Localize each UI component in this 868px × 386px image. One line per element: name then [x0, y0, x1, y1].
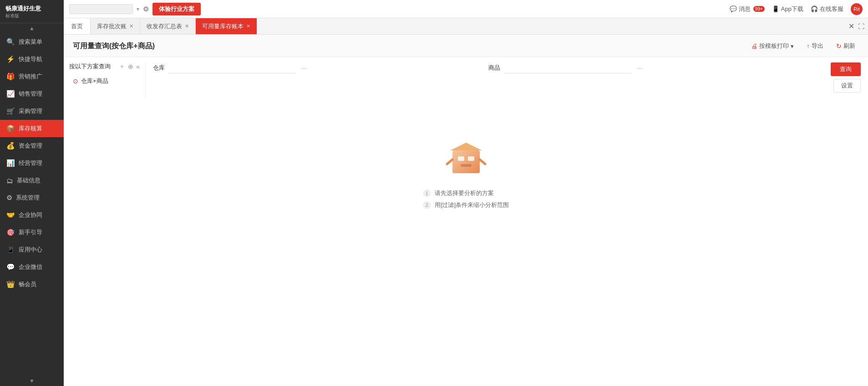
export-icon: ↑ — [807, 42, 810, 50]
tab-summary[interactable]: 收发存汇总表 ✕ — [140, 18, 196, 34]
sidebar-item-operation[interactable]: 📊 经营管理 — [0, 154, 64, 172]
tab-batch-close[interactable]: ✕ — [129, 23, 133, 29]
app-download-btn[interactable]: 📱 App下载 — [772, 5, 803, 13]
print-icon: 🖨 — [751, 42, 757, 50]
svg-rect-4 — [461, 164, 472, 167]
member-icon: 👑 — [6, 280, 15, 288]
page-title: 可用量查询(按仓库+商品) — [73, 41, 155, 51]
scheme-settings-icon[interactable]: ⊕ — [128, 63, 133, 70]
sidebar-item-marketing[interactable]: 🎁 营销推广 — [0, 68, 64, 85]
export-btn[interactable]: ↑ 导出 — [803, 40, 827, 52]
refresh-label: 刷新 — [843, 42, 855, 50]
tab-home[interactable]: 首页 — [64, 18, 91, 34]
topbar-dropdown-icon[interactable]: ▾ — [137, 6, 139, 12]
filter-row: 仓库 ··· 商品 ··· — [153, 62, 816, 73]
scroll-up-btn[interactable]: ▲ — [0, 23, 64, 33]
print-label: 按模板打印 — [759, 42, 789, 50]
tab-batch[interactable]: 库存批次账 ✕ — [91, 18, 140, 34]
message-btn[interactable]: 💬 消息 99+ — [730, 5, 765, 13]
sidebar-item-appstore[interactable]: 📱 应用中心 — [0, 241, 64, 258]
topbar: ▾ ⚙ 体验行业方案 💬 消息 99+ 📱 App下载 🎧 在线客服 Rit — [64, 0, 868, 18]
scheme-add-icon[interactable]: ＋ — [119, 62, 125, 71]
refresh-icon: ↻ — [836, 42, 842, 50]
product-more-btn[interactable]: ··· — [635, 63, 644, 72]
close-all-tabs-icon[interactable]: ✕ — [848, 22, 854, 31]
sidebar-item-label-enterprise: 企业协同 — [19, 211, 42, 219]
app-icon: 📱 — [772, 5, 779, 12]
tip-num-1: 1 — [423, 189, 431, 197]
message-icon: 💬 — [730, 5, 737, 12]
sidebar-item-label-sales: 销售管理 — [19, 90, 42, 98]
scheme-item-icon: ⊙ — [73, 77, 78, 85]
empty-tip-1: 1 请先选择要分析的方案 — [423, 189, 509, 197]
topbar-search-input[interactable] — [69, 4, 133, 14]
setting-button[interactable]: 设置 — [833, 79, 861, 93]
tab-summary-close[interactable]: ✕ — [185, 23, 189, 29]
sidebar-item-inventory[interactable]: 📦 库存核算 — [0, 120, 64, 137]
inventory-icon: 📦 — [6, 124, 15, 133]
sidebar-item-search[interactable]: 🔍 搜索菜单 — [0, 33, 64, 51]
warehouse-input[interactable] — [168, 62, 296, 73]
empty-tips: 1 请先选择要分析的方案 2 用[过滤]条件来缩小分析范围 — [423, 189, 509, 209]
warehouse-more-btn[interactable]: ··· — [299, 63, 309, 72]
topbar-gear-icon[interactable]: ⚙ — [143, 5, 149, 13]
service-label: 在线客服 — [820, 5, 843, 13]
tab-available[interactable]: 可用量库存账本 ✕ — [196, 18, 257, 34]
sidebar: 畅康通好生意 标准版 ▲ 🔍 搜索菜单 ⚡ 快捷导航 🎁 营销推广 📈 销售管理… — [0, 0, 64, 386]
sidebar-item-member[interactable]: 👑 畅会员 — [0, 276, 64, 293]
warehouse-filter-group: 仓库 ··· — [153, 62, 481, 73]
tab-summary-label: 收发存汇总表 — [147, 22, 182, 31]
scheme-item-warehouse-product[interactable]: ⊙ 仓库+商品 — [69, 74, 140, 88]
service-btn[interactable]: 🎧 在线客服 — [811, 5, 843, 13]
sidebar-item-wechat[interactable]: 💬 企业微信 — [0, 258, 64, 276]
trial-button[interactable]: 体验行业方案 — [152, 3, 201, 15]
sidebar-item-purchase[interactable]: 🛒 采购管理 — [0, 103, 64, 120]
scheme-panel: 按以下方案查询 ＋ ⊕ « ⊙ 仓库+商品 — [64, 62, 146, 98]
avatar-text: Rit — [853, 6, 859, 12]
refresh-btn[interactable]: ↻ 刷新 — [832, 40, 859, 52]
topbar-right: 💬 消息 99+ 📱 App下载 🎧 在线客服 Rit — [730, 3, 863, 15]
search-icon: 🔍 — [6, 38, 15, 46]
sidebar-item-label-shortcut: 快捷导航 — [19, 55, 42, 63]
system-icon: ⚙ — [6, 194, 12, 202]
sidebar-item-shortcut[interactable]: ⚡ 快捷导航 — [0, 51, 64, 68]
empty-tip-2: 2 用[过滤]条件来缩小分析范围 — [423, 201, 509, 209]
sidebar-item-label-purchase: 采购管理 — [19, 107, 42, 115]
sidebar-item-finance[interactable]: 💰 资金管理 — [0, 137, 64, 154]
tip-text-1: 请先选择要分析的方案 — [435, 189, 494, 197]
empty-state: 1 请先选择要分析的方案 2 用[过滤]条件来缩小分析范围 — [64, 98, 868, 227]
operation-icon: 📊 — [6, 159, 15, 167]
sidebar-logo: 畅康通好生意 标准版 — [0, 0, 64, 23]
app-label: App下载 — [781, 5, 803, 13]
scheme-collapse-icon[interactable]: « — [136, 63, 140, 70]
tab-home-label: 首页 — [71, 22, 83, 31]
sidebar-item-basic[interactable]: 🗂 基础信息 — [0, 172, 64, 189]
empty-illustration — [443, 134, 489, 180]
product-label: 商品 — [488, 64, 500, 72]
sidebar-item-label-wechat: 企业微信 — [19, 263, 42, 271]
purchase-icon: 🛒 — [6, 107, 15, 115]
expand-icon[interactable]: ⛶ — [858, 23, 864, 30]
tab-available-label: 可用量库存账本 — [202, 22, 244, 31]
sales-icon: 📈 — [6, 90, 15, 98]
main-area: ▾ ⚙ 体验行业方案 💬 消息 99+ 📱 App下载 🎧 在线客服 Rit — [64, 0, 868, 386]
basic-icon: 🗂 — [6, 177, 13, 185]
scheme-header-label: 按以下方案查询 — [69, 62, 111, 71]
scheme-header: 按以下方案查询 ＋ ⊕ « — [69, 62, 140, 71]
tip-num-2: 2 — [423, 201, 431, 209]
scroll-down-btn[interactable]: ▼ — [0, 376, 64, 386]
finance-icon: 💰 — [6, 142, 15, 150]
product-input[interactable] — [504, 62, 631, 73]
tab-available-close[interactable]: ✕ — [246, 23, 250, 29]
sidebar-item-sales[interactable]: 📈 销售管理 — [0, 85, 64, 103]
sidebar-item-system[interactable]: ⚙ 系统管理 — [0, 189, 64, 206]
avatar[interactable]: Rit — [851, 3, 863, 15]
sidebar-item-label-inventory: 库存核算 — [19, 124, 42, 133]
logo-title: 畅康通好生意 — [5, 5, 58, 13]
sidebar-item-enterprise[interactable]: 🤝 企业协同 — [0, 206, 64, 224]
sidebar-item-label-operation: 经营管理 — [19, 159, 42, 167]
service-icon: 🎧 — [811, 5, 818, 12]
sidebar-item-guide[interactable]: 🎯 新手引导 — [0, 224, 64, 241]
print-btn[interactable]: 🖨 按模板打印 ▾ — [747, 40, 797, 52]
query-button[interactable]: 查询 — [831, 62, 861, 76]
